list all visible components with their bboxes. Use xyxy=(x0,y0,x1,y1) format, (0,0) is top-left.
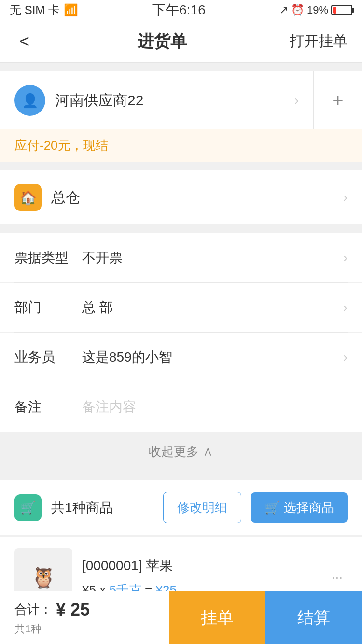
salesperson-chevron-icon: › xyxy=(343,350,348,365)
product-count-text: 共1种商品 xyxy=(51,499,153,517)
wifi-icon: 📶 xyxy=(64,3,78,17)
carrier-label: 无 SIM 卡 xyxy=(10,2,60,18)
open-pending-button[interactable]: 打开挂单 xyxy=(290,31,348,51)
battery-percent: 19% xyxy=(307,4,328,16)
collapse-bar[interactable]: 收起更多 ∧ xyxy=(0,432,362,472)
warehouse-chevron-icon: › xyxy=(343,190,348,205)
page-title: 进货单 xyxy=(138,30,187,53)
footer-total-row: 合计： ¥ 25 xyxy=(14,600,154,620)
section-gap-1 xyxy=(0,63,362,71)
supplier-name: 河南供应商22 xyxy=(55,91,290,111)
footer-total-section: 合计： ¥ 25 共1种 xyxy=(0,600,169,636)
supplier-section: 👤 河南供应商22 › + xyxy=(0,71,362,129)
checkout-button[interactable]: 结算 xyxy=(265,591,362,644)
notice-bar: 应付-20元，现结 xyxy=(0,129,362,162)
salesperson-label: 业务员 xyxy=(14,348,72,366)
product-name: [0000001] 苹果 xyxy=(82,557,317,575)
remark-input[interactable]: 备注内容 xyxy=(72,398,348,416)
select-product-label: 选择商品 xyxy=(284,499,334,516)
status-left: 无 SIM 卡 📶 xyxy=(10,2,78,18)
salesperson-value: 这是859的小智 xyxy=(72,348,343,366)
select-product-button[interactable]: 🛒 选择商品 xyxy=(251,492,348,523)
product-header: 🛒 共1种商品 修改明细 🛒 选择商品 xyxy=(0,480,362,535)
warehouse-name: 总仓 xyxy=(51,188,343,208)
product-title: 苹果 xyxy=(146,558,173,573)
invoice-type-value: 不开票 xyxy=(72,249,343,267)
add-supplier-button[interactable]: + xyxy=(314,90,362,112)
warehouse-icon: 🏠 xyxy=(14,184,42,211)
supplier-selector[interactable]: 👤 河南供应商22 › xyxy=(0,71,314,129)
department-label: 部门 xyxy=(14,298,72,317)
supplier-chevron-icon: › xyxy=(294,93,299,108)
invoice-type-row[interactable]: 票据类型 不开票 › xyxy=(0,233,362,282)
invoice-type-label: 票据类型 xyxy=(14,249,72,267)
supplier-avatar: 👤 xyxy=(14,85,45,116)
back-button[interactable]: < xyxy=(14,27,34,56)
battery-icon xyxy=(331,5,352,15)
section-gap-2 xyxy=(0,162,362,170)
edit-detail-button[interactable]: 修改明细 xyxy=(163,492,241,523)
total-label: 合计： xyxy=(14,601,52,618)
product-count-icon: 🛒 xyxy=(14,494,42,521)
location-icon: ↗ xyxy=(279,4,288,16)
section-gap-3 xyxy=(0,224,362,233)
pending-button[interactable]: 挂单 xyxy=(169,591,265,644)
nav-bar: < 进货单 打开挂单 xyxy=(0,20,362,63)
section-gap-4 xyxy=(0,472,362,480)
total-count: 共1种 xyxy=(14,622,154,636)
invoice-type-chevron-icon: › xyxy=(343,250,348,266)
alarm-icon: ⏰ xyxy=(291,4,304,16)
warehouse-row[interactable]: 🏠 总仓 › xyxy=(0,170,362,224)
remark-row[interactable]: 备注 备注内容 xyxy=(0,382,362,432)
department-row[interactable]: 部门 总 部 › xyxy=(0,283,362,332)
product-code: [0000001] xyxy=(82,558,142,573)
status-bar: 无 SIM 卡 📶 下午6:16 ↗ ⏰ 19% xyxy=(0,0,362,20)
time-label: 下午6:16 xyxy=(152,1,206,19)
footer: 合计： ¥ 25 共1种 挂单 结算 xyxy=(0,591,362,644)
department-value: 总 部 xyxy=(72,298,343,317)
salesperson-row[interactable]: 业务员 这是859的小智 › xyxy=(0,333,362,382)
product-divider xyxy=(0,535,362,536)
select-product-icon: 🛒 xyxy=(265,500,280,515)
remark-label: 备注 xyxy=(14,398,72,416)
status-right: ↗ ⏰ 19% xyxy=(279,4,352,16)
department-chevron-icon: › xyxy=(343,300,348,315)
total-amount: ¥ 25 xyxy=(56,600,90,620)
product-more-button[interactable]: ··· xyxy=(327,565,348,590)
